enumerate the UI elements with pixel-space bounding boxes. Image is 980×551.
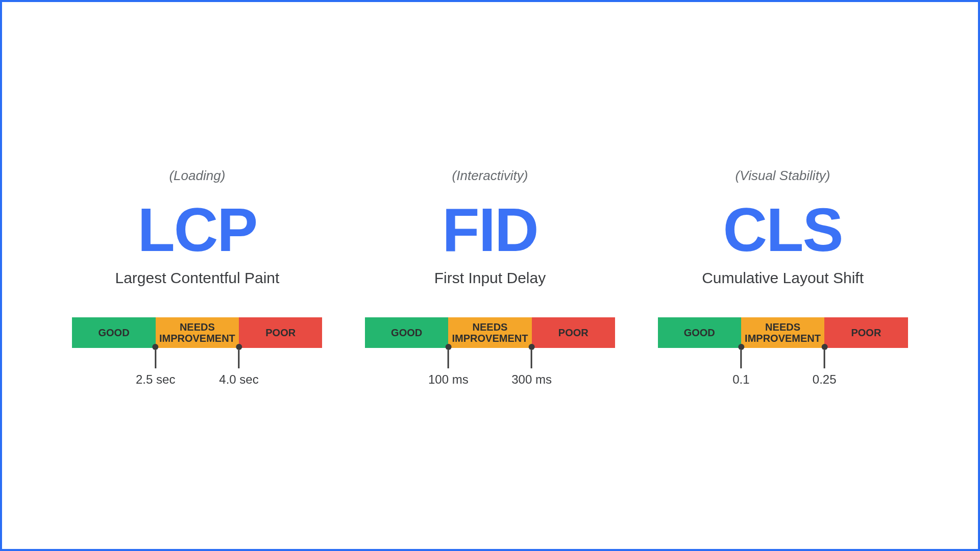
metric-lcp: (Loading) LCP Largest Contentful Paint G… (51, 168, 344, 384)
metric-cls: (Visual Stability) CLS Cumulative Layout… (636, 168, 929, 384)
threshold-tick-2: 0.25 (813, 344, 837, 387)
metrics-row: (Loading) LCP Largest Contentful Paint G… (51, 168, 929, 384)
tick-dot-icon (445, 344, 451, 350)
threshold-value-2: 4.0 sec (219, 372, 258, 387)
tick-stem (824, 350, 825, 368)
segment-good: GOOD (365, 317, 448, 348)
segment-good: GOOD (72, 317, 155, 348)
threshold-bar: GOOD NEEDS IMPROVEMENT POOR (658, 317, 908, 348)
metric-acronym: CLS (723, 199, 843, 260)
segment-poor: POOR (532, 317, 615, 348)
threshold-value-1: 0.1 (732, 372, 749, 387)
threshold-ticks: 100 ms 300 ms (365, 348, 615, 384)
metric-acronym: LCP (137, 199, 257, 260)
metric-category: (Interactivity) (452, 168, 528, 184)
metric-category: (Loading) (169, 168, 225, 184)
metric-fid: (Interactivity) FID First Input Delay GO… (344, 168, 636, 384)
threshold-ticks: 2.5 sec 4.0 sec (72, 348, 322, 384)
tick-stem (740, 350, 742, 368)
threshold-value-1: 2.5 sec (136, 372, 175, 387)
core-web-vitals-diagram: (Loading) LCP Largest Contentful Paint G… (0, 0, 980, 551)
segment-needs: NEEDS IMPROVEMENT (448, 317, 531, 348)
threshold-tick-2: 4.0 sec (219, 344, 258, 387)
segment-needs: NEEDS IMPROVEMENT (741, 317, 824, 348)
tick-dot-icon (821, 344, 827, 350)
threshold-tick-1: 2.5 sec (136, 344, 175, 387)
threshold-ticks: 0.1 0.25 (658, 348, 908, 384)
threshold-tick-1: 100 ms (428, 344, 469, 387)
tick-stem (531, 350, 532, 368)
threshold-value-2: 0.25 (813, 372, 837, 387)
metric-acronym: FID (442, 199, 537, 260)
metric-name: First Input Delay (434, 269, 546, 287)
segment-poor: POOR (239, 317, 322, 348)
threshold-value-2: 300 ms (511, 372, 552, 387)
tick-dot-icon (529, 344, 535, 350)
tick-stem (448, 350, 449, 368)
threshold-bar: GOOD NEEDS IMPROVEMENT POOR (365, 317, 615, 348)
tick-dot-icon (236, 344, 242, 350)
segment-good: GOOD (658, 317, 741, 348)
metric-name: Largest Contentful Paint (115, 269, 279, 287)
threshold-tick-2: 300 ms (511, 344, 552, 387)
tick-dot-icon (738, 344, 744, 350)
segment-poor: POOR (824, 317, 908, 348)
threshold-tick-1: 0.1 (732, 344, 749, 387)
threshold-bar: GOOD NEEDS IMPROVEMENT POOR (72, 317, 322, 348)
metric-name: Cumulative Layout Shift (702, 269, 864, 287)
tick-stem (155, 350, 156, 368)
metric-category: (Visual Stability) (736, 168, 830, 184)
tick-dot-icon (153, 344, 159, 350)
tick-stem (238, 350, 240, 368)
segment-needs: NEEDS IMPROVEMENT (156, 317, 239, 348)
threshold-value-1: 100 ms (428, 372, 469, 387)
